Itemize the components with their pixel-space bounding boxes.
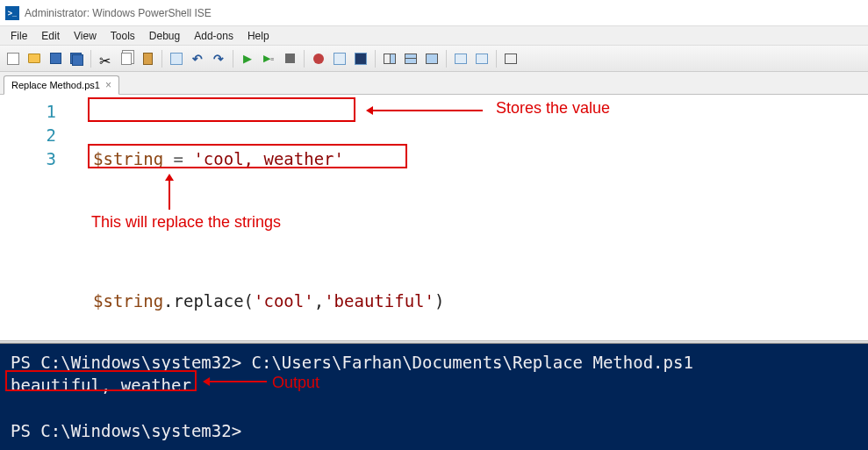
copy-icon [121, 53, 132, 65]
stop-icon [285, 54, 295, 63]
pane-top-button[interactable] [401, 49, 420, 68]
paste-icon [143, 53, 153, 65]
tab-replace-method[interactable]: Replace Method.ps1 × [4, 75, 119, 95]
line-gutter: 1 2 3 [0, 95, 63, 340]
pane-max-icon [426, 54, 438, 64]
open-button[interactable] [25, 49, 44, 68]
run-selection-button[interactable]: ▶≡ [259, 49, 278, 68]
console-output: beautiful, weather [11, 374, 857, 396]
pane-right-button[interactable] [380, 49, 399, 68]
clear-button[interactable] [167, 49, 186, 68]
annotation-label: This will replace the strings [91, 213, 281, 232]
separator [304, 50, 305, 68]
window-title: Administrator: Windows PowerShell ISE [25, 7, 212, 19]
prompt: PS C:\Windows\system32> [11, 353, 252, 372]
saveall-button[interactable] [67, 49, 86, 68]
tab-bar: Replace Method.ps1 × [0, 72, 868, 95]
separator [90, 50, 91, 68]
undo-icon: ↶ [192, 52, 203, 66]
string-token: 'beautiful' [324, 291, 434, 311]
close-tab-button[interactable]: × [105, 79, 111, 91]
pane-top-icon [405, 54, 417, 64]
console-pane[interactable]: PS C:\Windows\system32> C:\Users\Farhan\… [0, 344, 868, 450]
separator [496, 50, 497, 68]
pane-right-icon [384, 54, 396, 64]
cut-button[interactable]: ✂ [96, 49, 115, 68]
pane-max-button[interactable] [422, 49, 441, 68]
breakpoint-button[interactable] [309, 49, 328, 68]
powershell-button[interactable] [351, 49, 370, 68]
command-window-button[interactable] [472, 49, 491, 68]
operator-token: = [163, 149, 193, 168]
redo-icon: ↷ [213, 52, 224, 66]
run-button[interactable]: ▶ [238, 49, 257, 68]
redo-button[interactable]: ↷ [209, 49, 228, 68]
title-bar: >_ Administrator: Windows PowerShell ISE [0, 0, 868, 26]
console-line-blank [11, 396, 857, 419]
clear-icon [170, 53, 183, 65]
remote-icon [334, 53, 346, 65]
remote-button[interactable] [330, 49, 349, 68]
menu-debug[interactable]: Debug [142, 28, 187, 44]
punct-token: .replace( [163, 291, 254, 311]
menu-help[interactable]: Help [240, 28, 276, 44]
app-icon: >_ [5, 6, 19, 20]
punct-token: , [314, 291, 324, 311]
show-command-button[interactable] [501, 49, 520, 68]
menu-file[interactable]: File [4, 28, 34, 44]
play-selection-icon: ▶≡ [263, 53, 274, 64]
command-addon-button[interactable] [451, 49, 470, 68]
code-editor[interactable]: 1 2 3 $string = 'cool, weather' $string.… [0, 95, 868, 340]
console-prompt: PS C:\Windows\system32> [11, 419, 857, 442]
separator [161, 50, 162, 68]
command: C:\Users\Farhan\Documents\Replace Method… [252, 353, 693, 372]
separator [375, 50, 376, 68]
undo-button[interactable]: ↶ [188, 49, 207, 68]
punct-token: ) [434, 291, 444, 311]
command-window-icon [476, 54, 488, 64]
line-number: 2 [0, 124, 56, 147]
stop-button[interactable] [280, 49, 299, 68]
toolbar: ✂ ↶ ↷ ▶ ▶≡ [0, 46, 868, 72]
save-all-icon [70, 53, 82, 65]
annotation-arrow [205, 381, 267, 382]
paste-button[interactable] [138, 49, 157, 68]
command-addon-icon [455, 54, 467, 64]
separator [446, 50, 447, 68]
annotation-arrow [169, 176, 170, 210]
play-icon: ▶ [243, 52, 252, 65]
menu-tools[interactable]: Tools [104, 28, 142, 44]
cut-icon: ✂ [99, 53, 111, 65]
new-button[interactable] [4, 49, 23, 68]
save-button[interactable] [46, 49, 65, 68]
annotation-arrow [369, 110, 483, 111]
variable-token: $string [93, 291, 163, 311]
new-file-icon [7, 53, 19, 65]
menu-addons[interactable]: Add-ons [187, 28, 240, 44]
line-number: 1 [0, 100, 56, 124]
annotation-label: Stores the value [496, 99, 610, 118]
separator [233, 50, 233, 68]
string-token: 'cool' [254, 291, 314, 311]
code-line: $string.replace('cool','beautiful') [93, 289, 444, 313]
breakpoint-icon [313, 54, 324, 64]
string-token: 'cool, weather' [193, 149, 344, 168]
save-icon [50, 53, 61, 64]
menu-edit[interactable]: Edit [34, 28, 67, 44]
menu-view[interactable]: View [67, 28, 104, 44]
powershell-icon [355, 53, 367, 65]
copy-button[interactable] [117, 49, 136, 68]
code-line: $string = 'cool, weather' [93, 147, 444, 171]
line-number: 3 [0, 147, 56, 171]
console-line: PS C:\Windows\system32> C:\Users\Farhan\… [11, 351, 857, 374]
annotation-label: Output [272, 371, 319, 394]
folder-open-icon [28, 54, 40, 63]
show-command-icon [505, 54, 517, 64]
tab-label: Replace Method.ps1 [11, 80, 100, 90]
menu-bar: File Edit View Tools Debug Add-ons Help [0, 26, 868, 46]
variable-token: $string [93, 149, 163, 168]
